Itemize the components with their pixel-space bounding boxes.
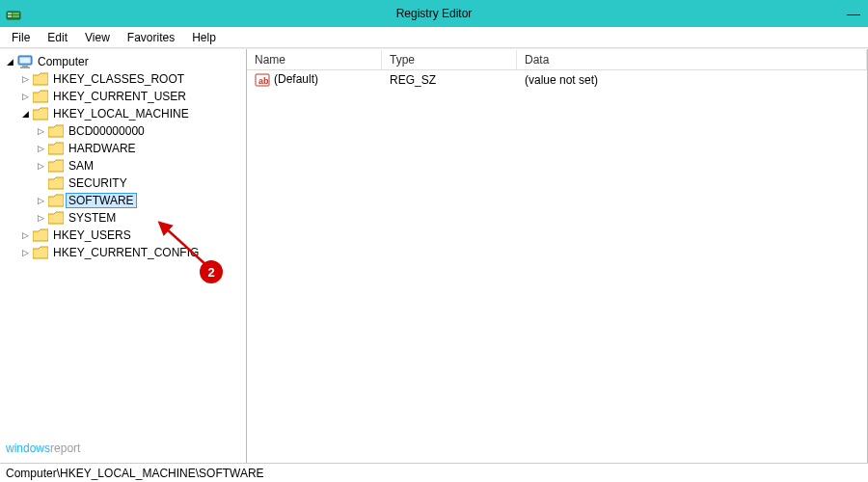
tree-label: HKEY_USERS: [50, 228, 134, 243]
status-path: Computer\HKEY_LOCAL_MACHINE\SOFTWARE: [6, 467, 264, 480]
column-data[interactable]: Data: [517, 50, 867, 69]
tree-label: HKEY_LOCAL_MACHINE: [50, 106, 192, 121]
folder-icon: [48, 159, 64, 173]
svg-text:ab: ab: [258, 76, 269, 86]
window-title: Registry Editor: [396, 7, 473, 20]
tree-label: SYSTEM: [66, 210, 119, 226]
tree-item-bcd[interactable]: ▷ BCD00000000: [35, 122, 244, 140]
tree-item-security[interactable]: SECURITY: [35, 174, 244, 192]
window-controls: —: [847, 7, 860, 20]
statusbar: Computer\HKEY_LOCAL_MACHINE\SOFTWARE: [0, 463, 868, 482]
tree-item-hku[interactable]: ▷ HKEY_USERS: [19, 227, 244, 244]
tree-label: SAM: [66, 158, 96, 174]
expander-spacer: [35, 177, 46, 189]
folder-icon: [33, 228, 48, 242]
expander-icon[interactable]: ▷: [35, 212, 46, 224]
tree-item-computer[interactable]: ◢ Computer: [4, 53, 244, 70]
tree-item-hkcu[interactable]: ▷ HKEY_CURRENT_USER: [19, 88, 244, 105]
menu-view[interactable]: View: [77, 29, 118, 46]
menubar: File Edit View Favorites Help: [0, 27, 868, 48]
expander-icon[interactable]: ▷: [35, 195, 46, 206]
column-type[interactable]: Type: [382, 50, 517, 69]
folder-icon: [48, 124, 64, 138]
menu-file[interactable]: File: [4, 29, 38, 46]
tree-label-selected: SOFTWARE: [66, 193, 137, 208]
menu-help[interactable]: Help: [184, 29, 224, 46]
expander-icon[interactable]: ▷: [19, 247, 31, 258]
computer-icon: [17, 54, 33, 69]
expander-icon[interactable]: ▷: [35, 160, 46, 172]
svg-rect-8: [20, 67, 30, 68]
cell-name: ab (Default): [247, 70, 382, 90]
registry-tree[interactable]: ◢ Computer: [2, 53, 244, 261]
tree-item-system[interactable]: ▷ SYSTEM: [35, 209, 244, 227]
expander-icon[interactable]: ▷: [35, 125, 46, 137]
folder-icon: [33, 72, 48, 86]
minimize-button[interactable]: —: [847, 7, 860, 20]
value-name: (Default): [274, 72, 318, 86]
watermark-part1: windows: [6, 442, 50, 455]
expander-icon[interactable]: ▷: [19, 229, 31, 241]
folder-icon: [48, 211, 64, 225]
svg-rect-7: [22, 66, 28, 67]
folder-icon: [33, 90, 48, 103]
tree-item-hkcc[interactable]: ▷ HKEY_CURRENT_CONFIG: [19, 244, 244, 261]
content-area: ◢ Computer: [0, 48, 868, 463]
cell-data: (value not set): [517, 71, 867, 89]
tree-label: HKEY_CURRENT_USER: [50, 89, 189, 104]
tree-item-sam[interactable]: ▷ SAM: [35, 157, 244, 174]
watermark: windowsreport: [2, 438, 244, 459]
tree-label: HKEY_CLASSES_ROOT: [50, 71, 187, 87]
svg-rect-2: [8, 15, 12, 17]
reg-string-icon: ab: [255, 72, 270, 88]
folder-icon: [48, 194, 64, 207]
menu-edit[interactable]: Edit: [40, 29, 75, 46]
values-list[interactable]: Name Type Data ab (Default) REG_SZ (valu…: [247, 49, 868, 463]
tree-label: HARDWARE: [66, 141, 139, 156]
tree-panel: ◢ Computer: [0, 49, 247, 463]
titlebar: Registry Editor —: [0, 0, 868, 27]
folder-icon: [33, 107, 48, 120]
expander-icon[interactable]: ▷: [35, 143, 46, 154]
folder-icon: [33, 246, 48, 259]
cell-type: REG_SZ: [382, 71, 517, 89]
watermark-part2: report: [50, 442, 80, 455]
list-row[interactable]: ab (Default) REG_SZ (value not set): [247, 70, 867, 90]
folder-icon: [48, 176, 64, 190]
expander-icon[interactable]: ▷: [19, 91, 31, 102]
tree-label: BCD00000000: [66, 123, 148, 139]
menu-favorites[interactable]: Favorites: [120, 29, 182, 46]
folder-icon: [48, 142, 64, 155]
tree-item-software[interactable]: ▷ SOFTWARE: [35, 192, 244, 209]
tree-label: HKEY_CURRENT_CONFIG: [50, 245, 202, 260]
tree-label: Computer: [35, 54, 92, 69]
tree-item-hardware[interactable]: ▷ HARDWARE: [35, 140, 244, 157]
regedit-icon: [6, 6, 21, 21]
tree-label: SECURITY: [66, 175, 130, 191]
svg-rect-6: [20, 58, 31, 64]
svg-rect-3: [13, 13, 19, 14]
tree-item-hkcr[interactable]: ▷ HKEY_CLASSES_ROOT: [19, 70, 244, 88]
svg-rect-1: [8, 13, 12, 14]
expander-icon[interactable]: ◢: [19, 108, 31, 120]
column-name[interactable]: Name: [247, 50, 382, 69]
expander-icon[interactable]: ▷: [19, 73, 31, 85]
svg-rect-4: [13, 15, 19, 17]
tree-item-hklm[interactable]: ◢ HKEY_LOCAL_MACHINE: [19, 105, 244, 122]
list-header: Name Type Data: [247, 49, 867, 70]
expander-icon[interactable]: ◢: [4, 56, 15, 67]
